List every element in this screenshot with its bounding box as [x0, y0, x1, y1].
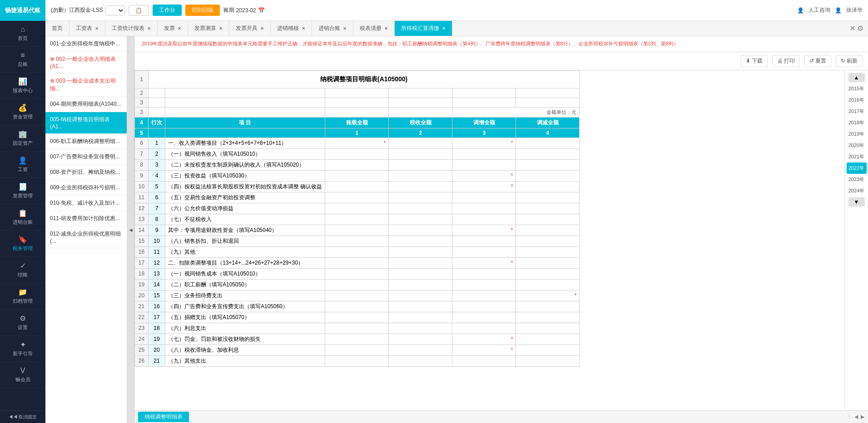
sidebar-item-input-tax[interactable]: 📋进销台账: [0, 204, 45, 231]
c2-18[interactable]: [389, 268, 452, 279]
c3-24[interactable]: *: [452, 334, 516, 344]
tab-input-check[interactable]: 进销稽核✕: [271, 21, 312, 36]
c4-18[interactable]: [516, 268, 580, 279]
c1-16[interactable]: [325, 246, 389, 257]
c4-23[interactable]: [516, 323, 580, 334]
year-item-2020年[interactable]: 2020年: [847, 140, 867, 151]
sidebar-item-settle[interactable]: ✓结账: [0, 257, 45, 283]
c4-14[interactable]: [516, 225, 580, 236]
c4-12[interactable]: [516, 203, 580, 214]
year-item-2023年[interactable]: 2023年: [847, 174, 867, 185]
c1-25[interactable]: [325, 344, 389, 355]
c4-26[interactable]: [516, 355, 580, 366]
c4-13[interactable]: [516, 214, 580, 225]
tab-close-invoice-open[interactable]: ✕: [260, 26, 264, 31]
year-item-2024年[interactable]: 2024年: [847, 185, 867, 197]
c2-26[interactable]: [389, 355, 452, 366]
c4-21[interactable]: [516, 301, 580, 312]
c4-19[interactable]: [516, 279, 580, 290]
c2-6[interactable]: [389, 138, 452, 148]
c2-20[interactable]: [389, 290, 452, 301]
c3-7[interactable]: [452, 148, 516, 159]
c1-24[interactable]: [325, 334, 389, 344]
company-dropdown[interactable]: [105, 5, 125, 15]
service-btn[interactable]: 人工咨询: [808, 6, 830, 14]
c3-17[interactable]: *: [452, 257, 516, 268]
c4-6[interactable]: [516, 138, 580, 148]
c2-13[interactable]: [389, 214, 452, 225]
left-panel-item-010[interactable]: 010-免税、减计收入及加计...: [45, 196, 127, 211]
tab-income-tax[interactable]: 所得税汇算清缴✕: [395, 21, 452, 36]
right-scroll-btn[interactable]: ▶: [861, 414, 864, 420]
old-version-btn[interactable]: 切到旧版: [185, 5, 220, 16]
c2-11[interactable]: [389, 192, 452, 203]
sidebar-item-archive[interactable]: 📁归档管理: [0, 283, 45, 310]
tab-close-income-tax[interactable]: ✕: [442, 26, 446, 31]
c1-7[interactable]: [325, 148, 389, 159]
c4-17[interactable]: [516, 257, 580, 268]
c2-25[interactable]: [389, 344, 452, 355]
c3-8[interactable]: [452, 159, 516, 170]
reset-btn[interactable]: ↺ 重置: [804, 55, 831, 67]
c3-9[interactable]: *: [452, 170, 516, 181]
tab-close-invoice-calc[interactable]: ✕: [219, 26, 223, 31]
c4-9[interactable]: [516, 170, 580, 181]
sidebar-item-invoice-mgmt[interactable]: 🧾发票管理: [0, 178, 45, 204]
tab-invoice-calc[interactable]: 发票测算✕: [188, 21, 229, 36]
calendar-icon[interactable]: 📅: [258, 7, 265, 14]
year-down-btn[interactable]: ▼: [848, 197, 865, 207]
c3-16[interactable]: [452, 246, 516, 257]
c3-22[interactable]: [452, 312, 516, 323]
c4-8[interactable]: [516, 159, 580, 170]
c4-10[interactable]: [516, 181, 580, 192]
tab-payroll[interactable]: 工资表✕: [69, 21, 105, 36]
c2-23[interactable]: [389, 323, 452, 334]
sidebar-item-ledger[interactable]: ≡总账: [0, 47, 45, 73]
c1-17[interactable]: [325, 257, 389, 268]
c1-26[interactable]: [325, 355, 389, 366]
c1-9[interactable]: [325, 170, 389, 181]
sidebar-item-payroll[interactable]: 👤工资: [0, 152, 45, 178]
print-btn[interactable]: 🖨 打印: [772, 55, 800, 67]
c2-8[interactable]: [389, 159, 452, 170]
c2-21[interactable]: [389, 301, 452, 312]
tab-close-tax-clear[interactable]: ✕: [384, 26, 388, 31]
c4-24[interactable]: [516, 334, 580, 344]
tab-input-ledger[interactable]: 进销台账✕: [312, 21, 353, 36]
year-item-2022年[interactable]: 2022年: [847, 162, 867, 174]
c1-21[interactable]: [325, 301, 389, 312]
c3-26[interactable]: [452, 355, 516, 366]
sheet-main[interactable]: 1纳税调整项目明细表(A105000)233金额单位：元 4 行次 项 目 账载…: [134, 70, 844, 410]
c1-23[interactable]: [325, 323, 389, 334]
sidebar-item-asset-mgmt[interactable]: 💰资金管理: [0, 99, 45, 125]
c3-21[interactable]: [452, 301, 516, 312]
c3-12[interactable]: [452, 203, 516, 214]
sidebar-item-settings[interactable]: ⚙设置: [0, 310, 45, 336]
c3-19[interactable]: [452, 279, 516, 290]
c1-20[interactable]: [325, 290, 389, 301]
tab-invoice[interactable]: 发票✕: [158, 21, 188, 36]
c2-17[interactable]: [389, 257, 452, 268]
c3-10[interactable]: *: [452, 181, 516, 192]
sidebar-item-home[interactable]: ⌂首页: [0, 21, 45, 47]
tab-close-payroll-stat[interactable]: ✕: [147, 26, 151, 31]
tab-home[interactable]: 首页: [45, 21, 69, 36]
left-panel-item-008[interactable]: 008-资产折旧、摊销及纳税...: [45, 165, 127, 180]
c1-11[interactable]: [325, 192, 389, 203]
workbench-btn[interactable]: 工作台: [153, 5, 182, 16]
c1-12[interactable]: [325, 203, 389, 214]
c2-22[interactable]: [389, 312, 452, 323]
c1-6[interactable]: *: [325, 138, 389, 148]
left-panel-item-012[interactable]: 012-减免企业所得税优惠明细(...: [45, 226, 127, 248]
c2-7[interactable]: [389, 148, 452, 159]
c4-15[interactable]: [516, 236, 580, 246]
left-panel-item-005[interactable]: 005-纳税调整项目明细表(A1...: [45, 112, 127, 134]
year-item-2019年[interactable]: 2019年: [847, 128, 867, 140]
c1-8[interactable]: [325, 159, 389, 170]
c3-25[interactable]: *: [452, 344, 516, 355]
pin-toggle[interactable]: ◀◀ 取消固定: [0, 411, 45, 423]
refresh-btn[interactable]: ↻ 刷新: [836, 55, 863, 67]
sidebar-item-tax-mgmt[interactable]: 🔖税务管理: [0, 231, 45, 257]
c1-13[interactable]: [325, 214, 389, 225]
c3-15[interactable]: [452, 236, 516, 246]
